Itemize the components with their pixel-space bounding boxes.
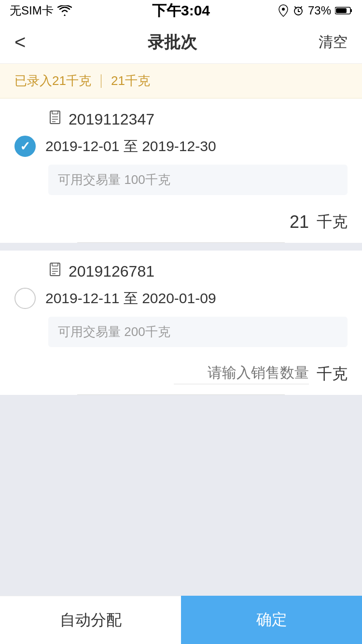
- status-right: 73%: [278, 4, 352, 17]
- batch-date-row-1[interactable]: 2019-12-01 至 2019-12-30: [14, 136, 348, 157]
- batch-avail-text-2: 可用交易量 200千克: [58, 324, 170, 339]
- batch-date-1: 2019-12-01 至 2019-12-30: [45, 137, 216, 156]
- empty-area: [0, 395, 362, 598]
- batch-item-2: 2019126781 2019-12-11 至 2020-01-09 可用交易量…: [0, 251, 362, 395]
- status-bar: 无SIM卡 下午3:04 73%: [0, 0, 362, 21]
- bottom-bar: 自动分配 确定: [0, 596, 362, 644]
- status-time: 下午3:04: [152, 1, 210, 21]
- confirm-button[interactable]: 确定: [181, 596, 362, 644]
- svg-line-4: [295, 7, 296, 8]
- battery-text: 73%: [308, 4, 331, 17]
- batch-id-text-2: 2019126781: [69, 263, 154, 280]
- battery-icon: [335, 6, 352, 15]
- section-divider: [0, 243, 362, 251]
- location-icon: [278, 4, 289, 17]
- recorded-value: 21千克: [111, 72, 150, 89]
- qty-unit-2: 千克: [317, 364, 348, 385]
- batch-avail-row-1: 可用交易量 100千克: [48, 165, 348, 195]
- page-title: 录批次: [148, 31, 197, 54]
- banner-divider: [101, 74, 101, 88]
- svg-point-0: [282, 8, 285, 11]
- svg-rect-10: [52, 111, 58, 114]
- qty-row-1: 21 千克: [0, 207, 362, 242]
- qty-unit-1: 千克: [317, 211, 348, 233]
- sim-text: 无SIM卡: [10, 3, 54, 18]
- batch-doc-icon-2: [48, 262, 64, 281]
- batch-id-text-1: 2019112347: [69, 111, 154, 128]
- info-banner: 已录入21千克 21千克: [0, 64, 362, 98]
- svg-rect-7: [350, 9, 352, 12]
- batch-doc-icon-1: [48, 110, 64, 129]
- svg-rect-8: [336, 8, 347, 13]
- qty-row-2: 千克: [0, 359, 362, 394]
- recorded-label: 已录入21千克: [14, 72, 91, 89]
- svg-line-5: [300, 7, 302, 8]
- batch-avail-text-1: 可用交易量 100千克: [58, 172, 170, 187]
- svg-rect-15: [52, 263, 58, 266]
- clear-button[interactable]: 清空: [319, 32, 348, 52]
- qty-input-2[interactable]: [174, 364, 309, 384]
- radio-2[interactable]: [14, 288, 36, 309]
- batch-id-row-1: 2019112347: [48, 110, 348, 129]
- status-left: 无SIM卡: [10, 3, 72, 18]
- auto-distribute-button[interactable]: 自动分配: [0, 596, 181, 644]
- batch-avail-row-2: 可用交易量 200千克: [48, 317, 348, 347]
- wifi-icon: [57, 5, 72, 16]
- alarm-icon: [292, 5, 304, 16]
- batch-date-2: 2019-12-11 至 2020-01-09: [45, 289, 216, 308]
- back-button[interactable]: <: [14, 31, 26, 53]
- qty-value-1: 21: [290, 212, 309, 232]
- batch-date-row-2[interactable]: 2019-12-11 至 2020-01-09: [14, 288, 348, 309]
- nav-bar: < 录批次 清空: [0, 21, 362, 64]
- radio-1[interactable]: [14, 136, 36, 157]
- batch-id-row-2: 2019126781: [48, 262, 348, 281]
- batch-item-1: 2019112347 2019-12-01 至 2019-12-30 可用交易量…: [0, 98, 362, 243]
